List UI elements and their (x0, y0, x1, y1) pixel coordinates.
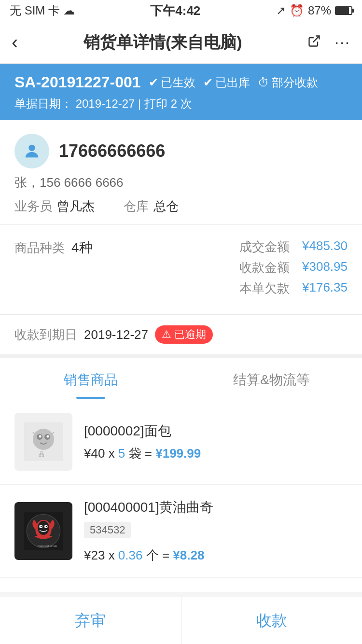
customer-sub: 张，156 6666 6666 (14, 174, 348, 191)
product-sku-2: 534532 (84, 522, 131, 538)
owed-row: 本单欠款 ¥176.35 (239, 280, 348, 297)
salesperson-field: 业务员 曾凡杰 (14, 198, 95, 215)
nav-bar: ‹ 销货单详情(来自电脑) ··· (0, 21, 362, 64)
product-price-1: ¥40 x 5 袋 = ¥199.99 (84, 445, 348, 462)
check-icon-1: ✔ (149, 76, 158, 89)
product-image-1: 品+ (14, 413, 72, 471)
owed-value: ¥176.35 (299, 280, 348, 297)
check-icon-2: ✔ (203, 76, 213, 89)
order-date: 2019-12-27 (76, 97, 135, 110)
status-effective: ✔ 已生效 (149, 75, 195, 90)
svg-point-6 (39, 435, 42, 438)
due-section: 收款到期日 2019-12-27 ⚠ 已逾期 (0, 315, 362, 358)
customer-meta: 业务员 曾凡杰 仓库 总仓 (14, 198, 348, 215)
more-icon[interactable]: ··· (334, 33, 350, 51)
svg-point-15 (41, 526, 42, 527)
salesperson-value: 曾凡杰 (57, 198, 95, 215)
due-date: 2019-12-27 (84, 327, 148, 342)
avatar (14, 134, 49, 168)
overdue-icon: ⚠ (162, 328, 171, 341)
svg-point-3 (33, 429, 54, 450)
category-value: 4种 (71, 238, 93, 257)
order-date-row: 单据日期： 2019-12-27 | 打印 2 次 (14, 96, 348, 112)
svg-point-16 (46, 526, 47, 527)
status-partial: ⏱ 部分收款 (258, 75, 318, 90)
bottom-bar: 弃审 收款 (0, 597, 362, 644)
overdue-badge: ⚠ 已逾期 (155, 325, 213, 344)
svg-point-12 (38, 521, 49, 535)
svg-text:品+: 品+ (39, 451, 48, 458)
status-shipped: ✔ 已出库 (203, 75, 250, 90)
list-item: 品+ [0000002]面包 ¥40 x 5 袋 = ¥199.99 (0, 399, 362, 485)
collect-button[interactable]: 收款 (181, 597, 362, 644)
summary-right: 成交金额 ¥485.30 收款金额 ¥308.95 本单欠款 ¥176.35 (239, 238, 348, 301)
reject-button[interactable]: 弃审 (0, 597, 181, 644)
svg-point-1 (28, 145, 35, 151)
page-title: 销货单详情(来自电脑) (84, 31, 242, 54)
status-left: 无 SIM 卡 ☁ (10, 3, 75, 18)
salesperson-label: 业务员 (14, 198, 52, 215)
collected-row: 收款金额 ¥308.95 (239, 259, 348, 276)
order-header: SA-20191227-001 ✔ 已生效 ✔ 已出库 ⏱ 部分收款 单据日期：… (0, 64, 362, 120)
warehouse-label: 仓库 (124, 198, 149, 215)
svg-point-7 (47, 435, 49, 438)
product-info-2: [000400001]黄油曲奇 534532 ¥23 x 0.36 个 = ¥8… (84, 498, 348, 564)
product-total-2: ¥8.28 (173, 548, 204, 562)
battery-icon (335, 6, 352, 15)
location-icon: ↗ (276, 4, 286, 17)
order-id: SA-20191227-001 (14, 73, 141, 91)
clock-icon: ⏱ (258, 76, 269, 89)
sim-status: 无 SIM 卡 ☁ (10, 3, 75, 18)
customer-section: 17666666666 张，156 6666 6666 业务员 曾凡杰 仓库 总… (0, 120, 362, 225)
svg-line-0 (313, 36, 320, 42)
product-image-2: diamond whale (14, 502, 72, 560)
back-button[interactable]: ‹ (12, 31, 18, 53)
deal-amount-row: 成交金额 ¥485.30 (239, 238, 348, 255)
product-name-2: [000400001]黄油曲奇 (84, 498, 348, 517)
status-time: 下午4:42 (150, 2, 200, 19)
due-label: 收款到期日 (14, 326, 77, 343)
warehouse-field: 仓库 总仓 (124, 198, 179, 215)
product-qty-2: 0.36 (118, 548, 143, 562)
category-label: 商品种类 (14, 239, 65, 256)
status-bar: 无 SIM 卡 ☁ 下午4:42 ↗ ⏰ 87% (0, 0, 362, 21)
tabs-section: 销售商品 结算&物流等 (0, 358, 362, 399)
product-name-1: [0000002]面包 (84, 422, 348, 440)
collected-label: 收款金额 (239, 259, 290, 276)
collected-value: ¥308.95 (299, 259, 348, 276)
warehouse-value: 总仓 (153, 198, 179, 215)
customer-phone: 17666666666 (59, 141, 165, 161)
product-total-1: ¥199.99 (155, 446, 201, 461)
overdue-text: 已逾期 (174, 327, 206, 342)
product-price-2: ¥23 x 0.36 个 = ¥8.28 (84, 547, 348, 564)
product-qty-1: 5 (118, 446, 125, 461)
date-label: 单据日期： (14, 97, 72, 110)
list-item: diamond whale [000400001]黄油曲奇 534532 ¥23… (0, 485, 362, 578)
summary-left: 商品种类 4种 (14, 238, 93, 301)
category-row: 商品种类 4种 (14, 238, 93, 257)
products-section: 品+ [0000002]面包 ¥40 x 5 袋 = ¥199.99 (0, 399, 362, 592)
summary-section: 商品种类 4种 成交金额 ¥485.30 收款金额 ¥308.95 本单欠款 ¥… (0, 225, 362, 315)
tab-settlement[interactable]: 结算&物流等 (181, 358, 362, 399)
share-icon[interactable] (307, 33, 321, 52)
deal-amount-label: 成交金额 (239, 238, 290, 255)
svg-text:diamond whale: diamond whale (38, 545, 57, 547)
print-info: | 打印 2 次 (138, 97, 192, 110)
battery-status: 87% (308, 4, 331, 17)
owed-label: 本单欠款 (239, 280, 290, 297)
alarm-icon: ⏰ (290, 4, 304, 17)
tab-products[interactable]: 销售商品 (0, 358, 181, 399)
nav-actions: ··· (307, 33, 350, 52)
deal-amount-value: ¥485.30 (299, 238, 348, 255)
product-info-1: [0000002]面包 ¥40 x 5 袋 = ¥199.99 (84, 422, 348, 462)
status-right: ↗ ⏰ 87% (276, 4, 352, 17)
